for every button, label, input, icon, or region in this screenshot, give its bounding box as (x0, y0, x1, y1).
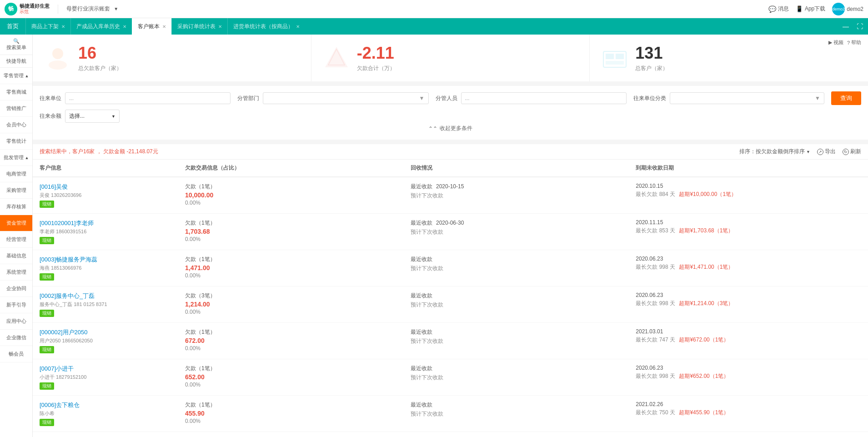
sidebar-item-inventory[interactable]: 库存核算 (0, 199, 32, 215)
tab-minimize-button[interactable]: — (840, 22, 852, 31)
svg-point-1 (49, 60, 67, 70)
data-table: 客户信息 欠款交易信息（占比） 回收情况 到期未收款日期 [0016]吴俊 吴俊… (33, 160, 868, 437)
sidebar-item-retail-mgmt[interactable]: 零售管理 ▲ (0, 68, 32, 84)
sidebar-item-newbie[interactable]: 新手引导 (0, 297, 32, 313)
help-button[interactable]: ? 帮助 (847, 39, 861, 46)
close-icon[interactable]: ✕ (123, 24, 126, 29)
recovery-info-7: 最近收款 预计下次收款 (411, 401, 636, 418)
debtors-icon (44, 45, 71, 72)
overdue-link-4[interactable]: 超期¥1,214.00（3笔） (679, 300, 733, 306)
tab-home[interactable]: 首页 (0, 18, 25, 35)
stat-debtors-value: 16 (78, 44, 300, 63)
close-icon[interactable]: ✕ (162, 24, 166, 29)
app-name: 畅捷通好生意 (20, 3, 50, 9)
customer-name-3[interactable]: [0003]畅捷服务尹海蕊 (40, 256, 185, 264)
customer-name-2[interactable]: [0001020001]李老师 (40, 219, 185, 227)
sidebar-item-fast-nav[interactable]: 快捷导航 (0, 55, 32, 68)
filter-dept: 分管部门 ▼ (237, 92, 428, 104)
category-input[interactable]: ▼ (670, 92, 824, 104)
sidebar-item-operations[interactable]: 经营管理 (0, 231, 32, 248)
sidebar-item-finance[interactable]: 资金管理 (0, 215, 32, 231)
filter-balance: 往来余额 选择... ▼ (40, 110, 861, 123)
logo-area: 畅 畅捷通好生意 示范 (5, 3, 50, 15)
tab-customer-account[interactable]: 客户账本 ✕ (132, 18, 171, 35)
customer-badge-5: 现销 (40, 346, 54, 353)
sidebar-search[interactable]: 🔍 搜索菜单 (0, 35, 32, 55)
sidebar-item-purchase[interactable]: 采购管理 (0, 182, 32, 199)
close-icon[interactable]: ✕ (61, 24, 65, 29)
debt-info-5: 欠款（1笔） 672.00 0.00% (185, 328, 411, 352)
sidebar-item-enterprise-wechat[interactable]: 企业微信 (0, 330, 32, 346)
video-button[interactable]: ▶ 视频 (828, 39, 843, 46)
person-input[interactable]: ... (461, 92, 627, 104)
col-customer-info: 客户信息 (40, 164, 185, 172)
overdue-link-3[interactable]: 超期¥1,471.00（1笔） (679, 264, 733, 270)
overdue-link-5[interactable]: 超期¥672.00（1笔） (679, 337, 729, 343)
customer-name-1[interactable]: [0016]吴俊 (40, 183, 185, 191)
sidebar-item-system[interactable]: 系统管理 (0, 264, 32, 281)
customer-info-2: [0001020001]李老师 李老师 18600391516 现销 (40, 219, 185, 244)
sidebar-item-enterprise[interactable]: 企业协同 (0, 281, 32, 297)
table-row: [0003]畅捷服务尹海蕊 海燕 18513066976 现销 欠款（1笔） 1… (33, 250, 868, 286)
sidebar-item-basic-info[interactable]: 基础信息 (0, 248, 32, 264)
customer-name-7[interactable]: [0006]去下粮仓 (40, 401, 185, 409)
search-button[interactable]: 查询 (831, 91, 861, 105)
stat-debtors-label: 总欠款客户（家） (78, 65, 300, 72)
search-icon: 🔍 (13, 38, 20, 44)
debt-info-6: 欠款（1笔） 652.00 0.00% (185, 365, 411, 388)
overdue-info-4: 2020.06.23 最长欠款 998 天 超期¥1,214.00（3笔） (636, 292, 861, 307)
sidebar-item-retail-stats[interactable]: 零售统计 (0, 133, 32, 150)
sidebar-item-app-center[interactable]: 应用中心 (0, 313, 32, 330)
sidebar-item-member-center[interactable]: 会员中心 (0, 117, 32, 133)
tab-maximize-button[interactable]: ⛶ (854, 22, 866, 31)
customer-name-6[interactable]: [0007]小进干 (40, 365, 185, 373)
tab-bar-actions: — ⛶ (840, 22, 868, 31)
chevron-down-icon: ▲ (25, 74, 29, 78)
message-button[interactable]: 💬 消息 (768, 5, 789, 13)
table-row: [000001]黄思源 黄思源 13552700226 现销 欠款（1笔） 42… (33, 432, 868, 437)
sidebar-item-ecommerce[interactable]: 电商管理 (0, 166, 32, 182)
sidebar-item-retail-mall[interactable]: 零售商城 (0, 84, 32, 100)
download-icon: 📱 (796, 5, 803, 12)
tab-purchase-stats[interactable]: 采购订单统计表 ✕ (171, 18, 227, 35)
overdue-link-2[interactable]: 超期¥1,703.68（1笔） (679, 227, 733, 234)
tab-purchase-by-product[interactable]: 进货单统计表（按商品） ✕ (227, 18, 305, 35)
overdue-link-1[interactable]: 超期¥10,000.00（1笔） (679, 191, 737, 197)
sidebar-item-chang-member[interactable]: 畅会员 (0, 346, 32, 362)
tab-production-history[interactable]: 产成品入库单历史 ✕ (70, 18, 132, 35)
sidebar-item-wholesale-mgmt[interactable]: 批发管理 ▲ (0, 150, 32, 166)
dept-input[interactable]: ▼ (263, 92, 428, 104)
overdue-link-6[interactable]: 超期¥652.00（1笔） (679, 373, 729, 379)
refresh-button[interactable]: ↻ 刷新 (843, 148, 861, 156)
vendor-input[interactable]: ... (65, 92, 231, 104)
customer-badge-3: 现销 (40, 273, 54, 281)
debt-info-4: 欠款（3笔） 1,214.00 0.00% (185, 292, 411, 315)
customer-badge-6: 现销 (40, 382, 54, 390)
sidebar: 🔍 搜索菜单 快捷导航 零售管理 ▲ 零售商城 营销推广 会员中心 零售统计 批… (0, 35, 33, 437)
customer-details-3: 海燕 18513066976 (40, 265, 185, 271)
filter-category: 往来单位分类 ▼ (633, 92, 824, 104)
person-label: 分管人员 (436, 95, 457, 102)
close-icon[interactable]: ✕ (218, 24, 222, 29)
debt-info-3: 欠款（1笔） 1,471.00 0.00% (185, 256, 411, 279)
debt-label: ， (96, 148, 102, 155)
chevron-down-icon: ▲ (25, 156, 29, 160)
sidebar-item-marketing[interactable]: 营销推广 (0, 100, 32, 117)
close-icon[interactable]: ✕ (296, 24, 300, 29)
export-button[interactable]: ↗ 导出 (817, 148, 836, 156)
sort-selector[interactable]: 排序：按欠款金额倒序排序 ▼ (739, 148, 810, 156)
customer-name-4[interactable]: [0002]服务中心_丁磊 (40, 292, 185, 300)
customer-name-5[interactable]: [000002]用户2050 (40, 328, 185, 337)
customers-icon (601, 45, 628, 72)
balance-select[interactable]: 选择... ▼ (65, 110, 120, 123)
collapse-button[interactable]: ⌃⌃ 收起更多条件 (40, 123, 861, 134)
overdue-link-7[interactable]: 超期¥455.90（1笔） (679, 409, 729, 416)
customer-info-7: [0006]去下粮仓 陈小希 现销 (40, 401, 185, 426)
user-menu[interactable]: demo2 demo2 (832, 3, 863, 15)
company-selector[interactable]: 母婴行业演示账套 ▼ (66, 5, 118, 13)
tab-product-listing[interactable]: 商品上下架 ✕ (25, 18, 70, 35)
export-icon: ↗ (817, 149, 823, 155)
top-bar-left: 畅 畅捷通好生意 示范 母婴行业演示账套 ▼ (5, 3, 118, 15)
filter-row-1: 往来单位 ... 分管部门 ▼ 分管人员 ... (40, 91, 861, 105)
app-download-button[interactable]: 📱 App下载 (796, 5, 825, 13)
